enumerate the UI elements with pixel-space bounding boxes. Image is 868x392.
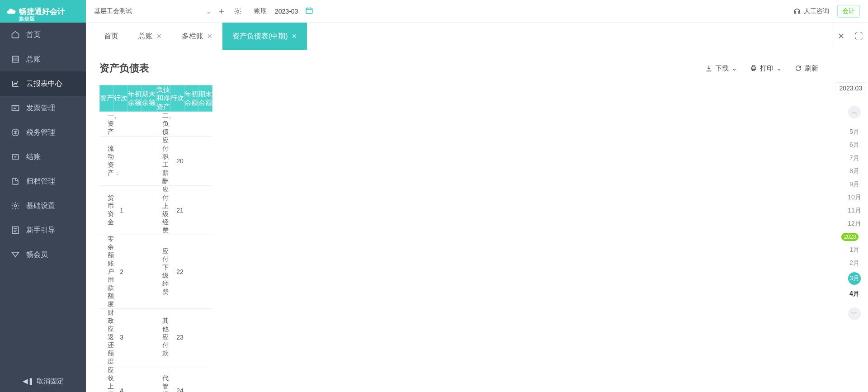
period-display: 2023.03 — [835, 82, 866, 94]
guide-icon — [11, 226, 20, 235]
download-button[interactable]: 下载 ⌄ — [705, 64, 737, 73]
col-yb2: 年初余额 — [184, 85, 198, 112]
table-row[interactable]: 流动资产：应付职工薪酬20 — [99, 137, 212, 186]
month-option[interactable]: 6月 — [849, 141, 859, 149]
sidebar-item-label: 结账 — [26, 152, 41, 162]
headset-icon — [793, 7, 801, 15]
scroll-up-button[interactable]: ︿ — [848, 106, 861, 118]
table-row[interactable]: 货币资金1应付上级经费21 — [99, 186, 212, 235]
tab-3[interactable]: 资产负债表(中期)✕ — [222, 23, 307, 50]
sidebar-item-3[interactable]: 发票管理 — [0, 96, 86, 120]
content: 资产负债表 下载 ⌄ 打印 ⌄ 刷新 — [86, 50, 832, 392]
unpin-button[interactable]: ◀❚ 取消固定 — [0, 370, 86, 392]
month-option[interactable]: 12月 — [848, 220, 861, 228]
refresh-label: 刷新 — [805, 64, 818, 73]
close-icon[interactable]: ✕ — [207, 33, 212, 40]
company-selector[interactable]: 基层工会测试 ⌄ — [94, 7, 212, 15]
asset-year-begin — [128, 309, 142, 366]
content-header: 资产负债表 下载 ⌄ 打印 ⌄ 刷新 — [99, 58, 818, 79]
sidebar-item-label: 发票管理 — [26, 104, 55, 113]
sidebar-item-8[interactable]: 新手引导 — [0, 218, 86, 242]
add-button[interactable] — [215, 5, 228, 18]
support-button[interactable]: 人工咨询 — [793, 7, 829, 15]
liability-row-index: 24 — [170, 366, 184, 392]
col-eb1: 期末余额 — [142, 85, 156, 112]
asset-year-begin — [128, 235, 142, 309]
period-value: 2023-03 — [275, 8, 298, 15]
liability-period-end — [198, 137, 212, 186]
expand-button[interactable]: ⛶ — [855, 32, 863, 41]
month-option[interactable]: 3月 — [848, 272, 861, 285]
liability-name: 应付下级经费 — [156, 235, 170, 309]
asset-period-end — [142, 186, 156, 235]
month-option[interactable]: 11月 — [848, 207, 861, 215]
download-label: 下载 — [715, 64, 729, 73]
role-badge[interactable]: 会计 — [837, 5, 860, 18]
liability-year-begin — [184, 235, 198, 309]
col-yb1: 年初余额 — [128, 85, 142, 112]
month-option[interactable]: 5月 — [849, 128, 859, 136]
liability-period-end — [198, 112, 212, 137]
liability-year-begin — [184, 309, 198, 366]
sidebar-item-5[interactable]: 结账 — [0, 145, 86, 169]
print-button[interactable]: 打印 ⌄ — [750, 64, 782, 73]
close-icon[interactable]: ✕ — [156, 33, 162, 40]
liability-row-index: 23 — [170, 309, 184, 366]
svg-rect-0 — [12, 56, 18, 62]
month-option[interactable]: 7月 — [849, 154, 859, 162]
col-row2: 行次 — [170, 85, 184, 112]
vip-icon — [11, 250, 20, 259]
liability-name: 代管经费 — [156, 366, 170, 392]
asset-year-begin — [128, 186, 142, 235]
month-option[interactable]: 1月 — [849, 246, 859, 254]
table-row[interactable]: 应收上级经费4代管经费24 — [99, 366, 212, 392]
tab-1[interactable]: 总账✕ — [128, 23, 172, 50]
svg-rect-7 — [307, 8, 313, 14]
table-row[interactable]: 零余额账户用款额度2应付下级经费22 — [99, 235, 212, 309]
table-row[interactable]: 一、资 产二、负 债 — [99, 112, 212, 137]
settings-button[interactable] — [231, 5, 244, 18]
refresh-button[interactable]: 刷新 — [795, 64, 818, 73]
asset-row-index: 3 — [113, 309, 127, 366]
invoice-icon — [11, 104, 20, 113]
calendar-button[interactable] — [305, 6, 313, 16]
liability-period-end — [198, 366, 212, 392]
liability-name: 二、负 债 — [156, 112, 170, 137]
scroll-down-button[interactable]: ﹀ — [848, 307, 861, 320]
asset-year-begin — [128, 366, 142, 392]
asset-period-end — [142, 366, 156, 392]
tab-label: 首页 — [104, 32, 118, 41]
topbar: 基层工会测试 ⌄ 账期 2023-03 人工咨询 会计 — [86, 0, 868, 23]
asset-period-end — [142, 235, 156, 309]
chevron-down-icon: ⌄ — [776, 64, 782, 72]
tab-2[interactable]: 多栏账✕ — [172, 23, 222, 50]
sidebar-item-6[interactable]: 归档管理 — [0, 169, 86, 194]
sidebar-item-label: 基础设置 — [26, 201, 55, 211]
month-option[interactable]: 8月 — [849, 167, 859, 175]
sidebar-item-label: 畅会员 — [26, 250, 48, 260]
month-option[interactable]: 9月 — [849, 180, 859, 189]
sidebar-item-9[interactable]: 畅会员 — [0, 242, 86, 267]
sidebar-item-0[interactable]: 首页 — [0, 23, 86, 47]
sidebar-item-label: 首页 — [26, 30, 41, 40]
sidebar-item-1[interactable]: 总账 — [0, 47, 86, 71]
month-option[interactable]: 2月 — [849, 259, 859, 267]
close-all-tabs[interactable]: ✕ — [838, 31, 844, 41]
sidebar-item-2[interactable]: 云报表中心 — [0, 71, 86, 96]
svg-point-4 — [14, 205, 17, 207]
sidebar-item-4[interactable]: 税务管理 — [0, 120, 86, 145]
month-option[interactable]: 10月 — [848, 194, 861, 202]
sidebar-menu: 首页总账云报表中心发票管理税务管理结账归档管理基础设置新手引导畅会员 — [0, 23, 86, 267]
close-icon[interactable]: ✕ — [292, 33, 297, 40]
liability-period-end — [198, 309, 212, 366]
tab-0[interactable]: 首页 — [94, 23, 128, 50]
balance-sheet-table: 资产 行次 年初余额 期末余额 负债和净资产 行次 年初余额 期末余额 一、资 … — [99, 85, 818, 392]
period-strip: 2023.03 ︿ 5月6月7月8月9月10月11月12月20231月2月3月4… — [841, 82, 868, 325]
liability-name: 其他应付款 — [156, 309, 170, 366]
table-row[interactable]: 财政应返还额度3其他应付款23 — [99, 309, 212, 366]
sidebar-item-7[interactable]: 基础设置 — [0, 194, 86, 218]
table-body[interactable]: 一、资 产二、负 债流动资产：应付职工薪酬20货币资金1应付上级经费21零余额账… — [99, 112, 212, 392]
col-row1: 行次 — [114, 85, 128, 112]
archive-icon — [11, 177, 20, 186]
month-option[interactable]: 4月 — [849, 290, 859, 298]
